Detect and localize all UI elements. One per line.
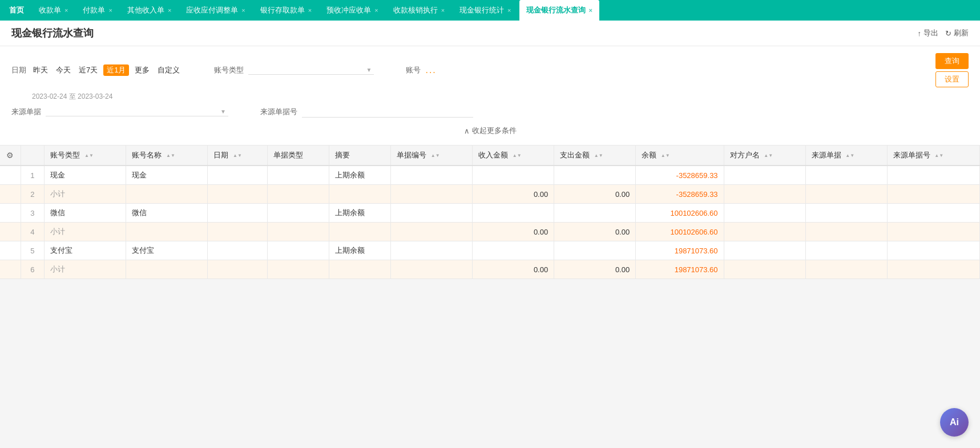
table-container: ⚙ 账号类型 ▲▼ 账号名称 ▲▼ 日期 ▲▼ 单据类型 摘要 <box>0 146 980 279</box>
sort-account-type-icon[interactable]: ▲▼ <box>84 154 94 158</box>
cell-income <box>473 204 554 223</box>
cell-doc-no <box>391 223 473 241</box>
account-type-arrow-icon: ▼ <box>366 67 372 73</box>
nav-tab-6[interactable]: 收款核销执行 × <box>386 0 451 21</box>
cell-summary <box>329 260 391 279</box>
close-tab-6[interactable]: × <box>441 7 445 14</box>
last7-btn[interactable]: 近7天 <box>76 64 100 76</box>
col-income: 收入金额 ▲▼ <box>473 146 554 166</box>
cell-date <box>208 260 267 279</box>
sort-source-doc-no-icon[interactable]: ▲▼ <box>934 154 943 158</box>
cell-source-doc-no <box>887 260 979 279</box>
date-range-text: 2023-02-24 至 2023-03-24 <box>32 92 112 100</box>
close-tab-8[interactable]: × <box>589 7 592 14</box>
table-row[interactable]: 4 小计 0.00 0.00 100102606.60 <box>0 223 980 241</box>
today-btn[interactable]: 今天 <box>54 64 73 76</box>
date-filter-group: 日期 昨天 今天 近7天 近1月 更多 自定义 <box>11 64 182 76</box>
cell-expense <box>554 241 636 260</box>
custom-btn[interactable]: 自定义 <box>155 64 182 76</box>
nav-tab-4[interactable]: 银行存取款单 × <box>253 0 318 21</box>
settings-button[interactable]: 设置 <box>935 71 969 87</box>
close-tab-4[interactable]: × <box>308 7 312 14</box>
nav-tab-1[interactable]: 付款单 × <box>76 0 119 21</box>
cell-account-name <box>126 223 208 241</box>
cell-income: 0.00 <box>473 185 554 204</box>
sort-balance-icon[interactable]: ▲▼ <box>661 154 670 158</box>
cell-summary: 上期余额 <box>329 241 391 260</box>
last1m-btn[interactable]: 近1月 <box>103 64 129 76</box>
cell-source-doc <box>805 185 887 204</box>
table-row[interactable]: 6 小计 0.00 0.00 19871073.60 <box>0 260 980 279</box>
cell-expense <box>554 204 636 223</box>
cell-source-doc-no <box>887 185 979 204</box>
sort-income-icon[interactable]: ▲▼ <box>513 154 522 158</box>
nav-tab-7[interactable]: 现金银行统计 × <box>453 0 518 21</box>
page-header: 现金银行流水查询 ↑ 导出 ↻ 刷新 <box>0 21 980 46</box>
cell-summary <box>329 185 391 204</box>
close-tab-5[interactable]: × <box>374 7 378 14</box>
cell-index: 4 <box>21 223 45 241</box>
cell-settings <box>0 223 21 241</box>
table-row[interactable]: 3 微信 微信 上期余额 100102606.60 <box>0 204 980 223</box>
cell-doc-no <box>391 241 473 260</box>
collapse-icon: ∧ <box>464 127 470 135</box>
cell-settings <box>0 241 21 260</box>
cell-date <box>208 241 267 260</box>
cell-account-type: 微信 <box>45 204 126 223</box>
cell-doc-no <box>391 260 473 279</box>
query-button[interactable]: 查询 <box>935 53 969 69</box>
nav-tab-0[interactable]: 收款单 × <box>32 0 75 21</box>
close-tab-3[interactable]: × <box>241 7 245 14</box>
close-tab-7[interactable]: × <box>507 7 511 14</box>
cell-summary: 上期余额 <box>329 204 391 223</box>
nav-tab-2[interactable]: 其他收入单 × <box>120 0 178 21</box>
account-dots[interactable]: ... <box>425 65 436 75</box>
col-settings-icon[interactable]: ⚙ <box>6 151 14 160</box>
cell-source-doc <box>805 241 887 260</box>
source-doc-no-label: 来源单据号 <box>260 107 297 117</box>
close-tab-2[interactable]: × <box>168 7 171 14</box>
close-tab-1[interactable]: × <box>108 7 112 14</box>
cell-counterpart <box>724 223 805 241</box>
close-tab-0[interactable]: × <box>64 7 68 14</box>
sort-account-name-icon[interactable]: ▲▼ <box>166 154 175 158</box>
table-row[interactable]: 5 支付宝 支付宝 上期余额 19871073.60 <box>0 241 980 260</box>
sort-source-doc-icon[interactable]: ▲▼ <box>845 154 854 158</box>
nav-tab-3[interactable]: 应收应付调整单 × <box>179 0 252 21</box>
more-btn[interactable]: 更多 <box>132 64 152 76</box>
nav-tab-5[interactable]: 预收冲应收单 × <box>320 0 385 21</box>
sort-date-icon[interactable]: ▲▼ <box>233 154 242 158</box>
table-row[interactable]: 2 小计 0.00 0.00 -3528659.33 <box>0 185 980 204</box>
export-button[interactable]: ↑ 导出 <box>918 28 939 38</box>
cell-doc-type <box>267 260 329 279</box>
cell-settings <box>0 260 21 279</box>
sort-counterpart-icon[interactable]: ▲▼ <box>764 154 773 158</box>
table-row[interactable]: 1 现金 现金 上期余额 -3528659.33 <box>0 166 980 185</box>
cell-source-doc-no <box>887 241 979 260</box>
cell-counterpart <box>724 166 805 185</box>
nav-tab-8[interactable]: 现金银行流水查询 × <box>519 0 599 21</box>
source-doc-arrow-icon: ▼ <box>220 108 226 115</box>
data-table: ⚙ 账号类型 ▲▼ 账号名称 ▲▼ 日期 ▲▼ 单据类型 摘要 <box>0 146 980 279</box>
col-date: 日期 ▲▼ <box>208 146 267 166</box>
nav-home[interactable]: 首页 <box>2 0 31 21</box>
cell-doc-no <box>391 166 473 185</box>
sort-expense-icon[interactable]: ▲▼ <box>594 154 603 158</box>
col-source-doc-no: 来源单据号 ▲▼ <box>887 146 979 166</box>
cell-account-type: 小计 <box>45 223 126 241</box>
col-doc-no: 单据编号 ▲▼ <box>391 146 473 166</box>
export-icon: ↑ <box>918 29 922 38</box>
source-doc-no-input[interactable] <box>302 106 473 118</box>
source-doc-select[interactable]: ▼ <box>46 107 228 116</box>
refresh-button[interactable]: ↻ 刷新 <box>945 28 969 38</box>
sort-doc-no-icon[interactable]: ▲▼ <box>431 154 440 158</box>
collapse-bar[interactable]: ∧ 收起更多条件 <box>11 122 969 138</box>
cell-income <box>473 241 554 260</box>
action-buttons: 查询 设置 <box>935 53 969 87</box>
cell-account-name <box>126 185 208 204</box>
account-type-select[interactable]: ▼ <box>248 66 374 75</box>
cell-date <box>208 166 267 185</box>
cell-source-doc <box>805 166 887 185</box>
yesterday-btn[interactable]: 昨天 <box>31 64 50 76</box>
col-summary: 摘要 <box>329 146 391 166</box>
